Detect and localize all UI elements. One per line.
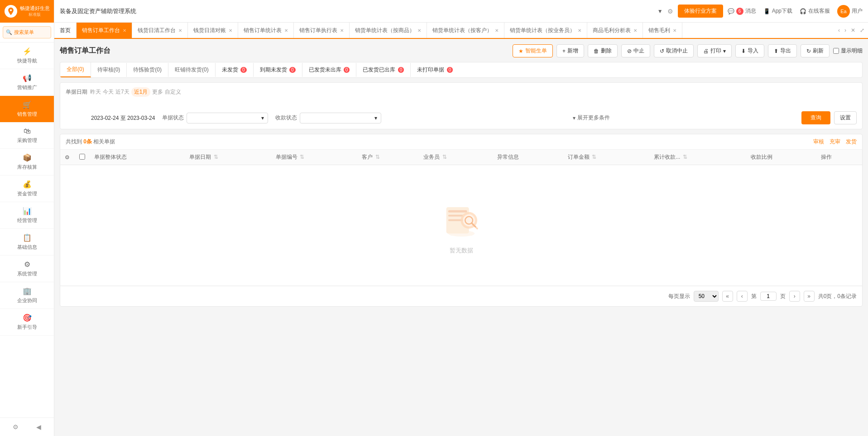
app-download-action[interactable]: 📱 App下载 <box>763 7 792 15</box>
tab-close-icon[interactable]: ✕ <box>673 28 676 33</box>
sidebar-item-inventory[interactable]: 📦 库存核算 <box>0 149 54 175</box>
tab-cash-reconcile[interactable]: 钱货日清对账 ✕ <box>188 23 238 38</box>
expand-more-btn[interactable]: ▾ 展开更多条件 <box>573 114 610 122</box>
sidebar-item-purchase[interactable]: 🛍 采购管理 <box>0 123 54 149</box>
tab-close-icon[interactable]: ✕ <box>178 28 182 33</box>
tab-sales-stats[interactable]: 销售订单统计表 ✕ <box>238 23 294 38</box>
tab-maximize-button[interactable]: ⤢ <box>858 26 866 34</box>
sidebar-item-operations[interactable]: 📊 经营管理 <box>0 202 54 229</box>
tab-close-icon[interactable]: ✕ <box>495 28 499 33</box>
prev-page-button[interactable]: ‹ <box>737 291 748 302</box>
refresh-button[interactable]: ↻ 刷新 <box>801 44 830 57</box>
query-button[interactable]: 查询 <box>801 111 830 124</box>
status-select[interactable]: ▾ <box>187 113 268 123</box>
cancel-review-action-btn[interactable]: 充审 <box>830 138 840 146</box>
sidebar-item-base-info[interactable]: 📋 基础信息 <box>0 229 54 256</box>
tab-sales-product[interactable]: 销货单统计表（按商品） ✕ <box>350 23 427 38</box>
tab-cash-daily[interactable]: 钱货日清工作台 ✕ <box>132 23 188 38</box>
first-page-button[interactable]: « <box>722 291 733 302</box>
th-customer[interactable]: 客户 ⇅ <box>357 150 419 165</box>
filter-tab-shipped-in[interactable]: 已发货已出库 0 <box>356 63 411 77</box>
settings-button[interactable]: ⚙ <box>11 422 20 432</box>
ship-action-btn[interactable]: 发货 <box>846 138 857 146</box>
tab-sales-exec[interactable]: 销售订单执行表 ✕ <box>294 23 350 38</box>
sidebar-item-finance[interactable]: 💰 资金管理 <box>0 175 54 202</box>
filter-setting-button[interactable]: 设置 <box>834 111 857 124</box>
filter-tab-not-printed[interactable]: 未打印单据 0 <box>411 63 459 77</box>
shortcut-yesterday[interactable]: 昨天 <box>90 88 101 96</box>
cancel-stop-icon: ↺ <box>660 48 664 54</box>
new-button[interactable]: + 新增 <box>556 44 584 57</box>
tab-close-icon[interactable]: ✕ <box>123 28 126 33</box>
sidebar-item-sales[interactable]: 🛒 销售管理 <box>0 96 54 123</box>
th-amount[interactable]: 订单金额 ⇅ <box>563 150 650 165</box>
filter-tab-pending-review[interactable]: 待审核(0) <box>91 63 127 77</box>
show-detail-checkbox[interactable] <box>833 48 839 54</box>
tab-close-icon[interactable]: ✕ <box>578 28 581 33</box>
review-action-btn[interactable]: 审核 <box>813 138 824 146</box>
sidebar-item-enterprise[interactable]: 🏢 企业协同 <box>0 282 54 309</box>
marketing-icon: 📢 <box>23 74 32 82</box>
system-dropdown[interactable]: ▼ <box>657 8 663 14</box>
filter-tab-shipped-not-in[interactable]: 已发货未出库 0 <box>302 63 357 77</box>
shortcut-custom[interactable]: 自定义 <box>165 88 181 96</box>
tab-close-icon[interactable]: ✕ <box>633 28 637 33</box>
shortcut-1month[interactable]: 近1月 <box>131 87 151 97</box>
tab-close-icon[interactable]: ✕ <box>340 28 344 33</box>
tab-home[interactable]: 首页 <box>54 23 77 38</box>
tab-margin-analysis[interactable]: 商品毛利分析表 ✕ <box>587 23 643 38</box>
shortcut-more[interactable]: 更多 <box>152 88 163 96</box>
topbar-settings-button[interactable]: ⚙ <box>667 8 673 15</box>
th-number[interactable]: 单据编号 ⇅ <box>271 150 358 165</box>
tab-sales-profit[interactable]: 销售毛利 ✕ <box>643 23 682 38</box>
tab-sales-customer[interactable]: 销货单统计表（按客户） ✕ <box>427 23 504 38</box>
sidebar-item-newbie[interactable]: 🎯 新手引导 <box>0 309 54 336</box>
page-size-select[interactable]: 50 100 200 <box>694 291 719 302</box>
th-staff[interactable]: 业务员 ⇅ <box>419 150 493 165</box>
filter-tab-not-shipped[interactable]: 未发货 0 <box>216 63 254 77</box>
collapse-button[interactable]: ◀ <box>34 422 43 432</box>
show-detail-label[interactable]: 显示明细 <box>833 47 863 55</box>
sidebar-item-quick-nav[interactable]: ⚡ 快捷导航 <box>0 43 54 69</box>
sidebar-item-marketing[interactable]: 📢 营销推广 <box>0 69 54 96</box>
tab-scroll-left-button[interactable]: ‹ <box>836 26 842 34</box>
expand-label: 展开更多条件 <box>577 114 610 122</box>
filter-tab-wangpu[interactable]: 旺铺待发货(0) <box>168 63 216 77</box>
filter-tab-pending-inspect[interactable]: 待拣验货(0) <box>127 63 168 77</box>
tab-close-all-button[interactable]: ✕ <box>849 26 857 34</box>
next-page-button[interactable]: › <box>789 291 800 302</box>
tab-close-icon[interactable]: ✕ <box>417 28 421 33</box>
export-button[interactable]: ⬆ 导出 <box>768 44 797 57</box>
page-number-input[interactable] <box>760 292 777 301</box>
shortcut-7days[interactable]: 近7天 <box>115 88 129 96</box>
tab-sales-order-workbench[interactable]: 销售订单工作台 ✕ <box>77 23 132 38</box>
th-received[interactable]: 累计收款... ⇅ <box>649 150 746 165</box>
stop-button[interactable]: ⊘ 中止 <box>621 44 650 57</box>
page-header: 销售订单工作台 ★ 智能生单 + 新增 🗑 删除 ⊘ <box>60 44 863 57</box>
industry-btn[interactable]: 体验行业方案 <box>678 5 723 18</box>
online-service-action[interactable]: 🎧 在线客服 <box>800 7 830 15</box>
tab-close-icon[interactable]: ✕ <box>284 28 288 33</box>
message-action[interactable]: 💬 6 消息 <box>728 7 756 15</box>
filter-tab-all[interactable]: 全部(0) <box>60 62 91 77</box>
tab-sales-staff[interactable]: 销货单统计表（按业务员） ✕ <box>504 23 587 38</box>
status-filter-label: 单据状态 <box>162 114 184 122</box>
last-page-button[interactable]: » <box>804 291 815 302</box>
smart-create-button[interactable]: ★ 智能生单 <box>513 44 553 57</box>
search-menu-button[interactable]: 🔍 搜索菜单 <box>3 26 51 38</box>
delete-button[interactable]: 🗑 删除 <box>588 44 618 57</box>
select-all-checkbox[interactable] <box>79 154 85 160</box>
tab-close-icon[interactable]: ✕ <box>229 28 232 33</box>
sidebar-item-system[interactable]: ⚙ 系统管理 <box>0 256 54 282</box>
payment-select[interactable]: ▾ <box>300 113 381 123</box>
not-printed-badge: 0 <box>447 67 453 73</box>
th-date[interactable]: 单据日期 ⇅ <box>185 150 271 165</box>
user-action[interactable]: Ea 用户 <box>837 5 863 18</box>
filter-tab-expired-not-shipped[interactable]: 到期未发货 0 <box>254 63 302 77</box>
table-settings-icon[interactable]: ⚙ <box>65 154 70 161</box>
cancel-stop-button[interactable]: ↺ 取消中止 <box>654 44 694 57</box>
import-button[interactable]: ⬇ 导入 <box>735 44 764 57</box>
print-button[interactable]: 🖨 打印 ▾ <box>697 44 732 57</box>
shortcut-today[interactable]: 今天 <box>103 88 114 96</box>
tab-scroll-right-button[interactable]: › <box>843 26 848 34</box>
